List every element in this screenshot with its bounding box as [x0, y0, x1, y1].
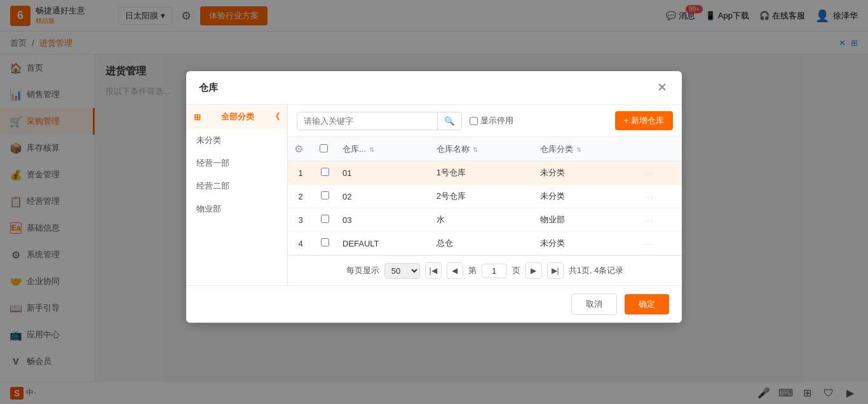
- row-checkbox[interactable]: [321, 191, 329, 199]
- search-box: 🔍: [297, 112, 462, 130]
- modal-footer: 取消 确定: [186, 285, 682, 323]
- row-checkbox[interactable]: [321, 215, 329, 223]
- row-code: DEFAULT: [336, 232, 430, 255]
- modal-close-button[interactable]: ✕: [654, 80, 669, 95]
- category-item-property[interactable]: 物业部: [186, 198, 287, 220]
- table-scroll: ⚙ 仓库... ⇅ 仓库名称 ⇅ 仓库分类 ⇅ 1 01: [288, 137, 682, 255]
- row-category: 未分类: [534, 232, 637, 255]
- page-label: 第: [468, 265, 477, 276]
- row-name: 1号仓库: [430, 161, 534, 185]
- th-category: 仓库分类 ⇅: [534, 137, 637, 161]
- row-code: 01: [336, 161, 430, 185]
- last-page-btn[interactable]: ▶|: [547, 262, 564, 279]
- per-page-select[interactable]: 50 20 100: [384, 263, 420, 279]
- per-page-label: 每页显示: [346, 265, 379, 276]
- category-item-ops2[interactable]: 经营二部: [186, 175, 287, 198]
- th-name: 仓库名称 ⇅: [430, 137, 534, 161]
- page-unit: 页: [512, 265, 520, 276]
- th-checkbox: [313, 137, 336, 161]
- add-warehouse-button[interactable]: + 新增仓库: [615, 111, 673, 130]
- row-num: 3: [288, 208, 313, 232]
- row-more[interactable]: ···: [637, 161, 682, 185]
- search-button[interactable]: 🔍: [437, 112, 461, 130]
- row-checkbox[interactable]: [321, 168, 329, 176]
- row-checkbox-cell: [313, 208, 336, 232]
- select-all-checkbox[interactable]: [320, 144, 328, 152]
- warehouse-modal: 仓库 ✕ ⊞ 全部分类 《 未分类 经营一部 经营二部 物业部: [186, 71, 682, 323]
- row-more[interactable]: ···: [637, 185, 682, 208]
- sort-icon-code: ⇅: [369, 146, 374, 153]
- row-category: 未分类: [534, 185, 637, 208]
- table-body: 1 01 1号仓库 未分类 ··· 2 02 2号仓库 未分类: [288, 161, 682, 255]
- row-code: 02: [336, 185, 430, 208]
- category-list: 未分类 经营一部 经营二部 物业部: [186, 129, 287, 285]
- all-categories-label: 全部分类: [221, 111, 254, 123]
- category-panel: ⊞ 全部分类 《 未分类 经营一部 经营二部 物业部: [186, 105, 288, 285]
- th-settings: ⚙: [288, 137, 313, 161]
- th-actions: [637, 137, 682, 161]
- th-code: 仓库... ⇅: [336, 137, 430, 161]
- row-num: 2: [288, 185, 313, 208]
- table-row[interactable]: 2 02 2号仓库 未分类 ···: [288, 185, 682, 208]
- row-name: 2号仓库: [430, 185, 534, 208]
- pagination-bar: 每页显示 50 20 100 |◀ ◀ 第 页 ▶ ▶| 共1页, 4条记录: [288, 255, 682, 285]
- row-checkbox-cell: [313, 161, 336, 185]
- grid-icon: ⊞: [194, 112, 201, 122]
- show-disabled-checkbox[interactable]: [470, 117, 478, 125]
- prev-page-btn[interactable]: ◀: [447, 262, 463, 279]
- table-row[interactable]: 3 03 水 物业部 ···: [288, 208, 682, 232]
- total-records: 共1页, 4条记录: [569, 265, 624, 276]
- row-num: 4: [288, 232, 313, 255]
- page-number-input[interactable]: [482, 264, 507, 278]
- table-row[interactable]: 4 DEFAULT 总仓 未分类 ···: [288, 232, 682, 255]
- show-disabled-text: 显示停用: [480, 115, 513, 126]
- row-more[interactable]: ···: [637, 208, 682, 232]
- row-name: 水: [430, 208, 534, 232]
- collapse-icon: 《: [271, 111, 280, 123]
- row-checkbox-cell: [313, 185, 336, 208]
- table-header: ⚙ 仓库... ⇅ 仓库名称 ⇅ 仓库分类 ⇅: [288, 137, 682, 161]
- row-code: 03: [336, 208, 430, 232]
- row-name: 总仓: [430, 232, 534, 255]
- confirm-button[interactable]: 确定: [625, 294, 669, 314]
- category-item-uncategorized[interactable]: 未分类: [186, 129, 287, 152]
- warehouse-table: ⚙ 仓库... ⇅ 仓库名称 ⇅ 仓库分类 ⇅ 1 01: [288, 137, 682, 255]
- show-disabled-checkbox-label[interactable]: 显示停用: [470, 115, 513, 126]
- modal-header: 仓库 ✕: [186, 71, 682, 105]
- sort-icon-name: ⇅: [473, 146, 478, 153]
- row-category: 未分类: [534, 161, 637, 185]
- first-page-btn[interactable]: |◀: [425, 262, 442, 279]
- all-categories-button[interactable]: ⊞ 全部分类 《: [186, 105, 287, 129]
- search-input[interactable]: [297, 112, 437, 130]
- modal-title: 仓库: [199, 82, 218, 94]
- sort-icon-category: ⇅: [576, 146, 581, 153]
- row-category: 物业部: [534, 208, 637, 232]
- table-row[interactable]: 1 01 1号仓库 未分类 ···: [288, 161, 682, 185]
- column-settings-icon[interactable]: ⚙: [294, 144, 303, 154]
- row-num: 1: [288, 161, 313, 185]
- cancel-button[interactable]: 取消: [571, 293, 617, 315]
- table-panel: 🔍 显示停用 + 新增仓库 ⚙ 仓库... ⇅ 仓库名称 ⇅: [288, 105, 682, 285]
- row-more[interactable]: ···: [637, 232, 682, 255]
- next-page-btn[interactable]: ▶: [526, 262, 542, 279]
- row-checkbox-cell: [313, 232, 336, 255]
- row-checkbox[interactable]: [321, 238, 329, 246]
- category-item-ops1[interactable]: 经营一部: [186, 152, 287, 175]
- modal-body: ⊞ 全部分类 《 未分类 经营一部 经营二部 物业部 🔍 显示: [186, 105, 682, 285]
- table-toolbar: 🔍 显示停用 + 新增仓库: [288, 105, 682, 137]
